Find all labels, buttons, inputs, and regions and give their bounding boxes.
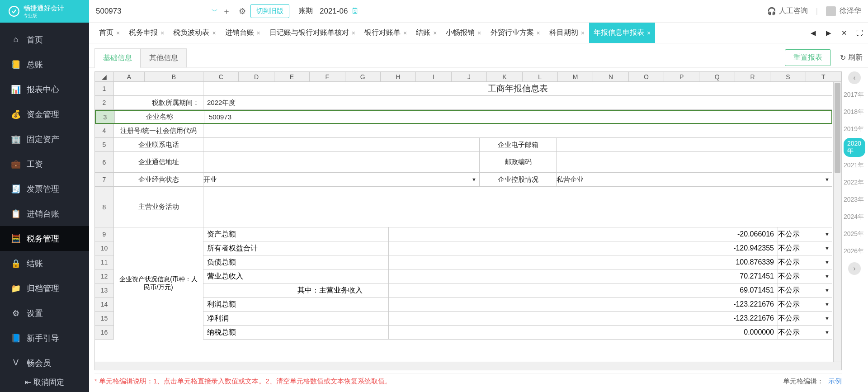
col-header[interactable]: D [239,72,274,81]
row-header[interactable]: 14 [95,298,114,312]
tab-item[interactable]: 年报信息申报表× [589,23,655,43]
sidebar-item[interactable]: ⚙设置 [0,301,89,326]
col-header[interactable]: L [523,72,558,81]
tab-item[interactable]: 进销台账× [221,23,265,43]
pub-select[interactable]: 不公示▼ [778,255,832,269]
year-item[interactable]: 2020年 [844,138,865,157]
row-header[interactable]: 7 [95,173,114,186]
tab-close-icon[interactable]: × [403,29,407,37]
year-item[interactable]: 2019年 [844,121,865,138]
refresh-button[interactable]: ↻ 刷新 [840,53,863,62]
postal-cell[interactable] [557,152,832,172]
sheet-body[interactable]: 1 工商年报信息表 2 税款所属期间： 2022年度 3 企业名称 500973… [95,82,832,361]
row-header[interactable]: 2 [95,96,114,109]
pub-select[interactable]: 不公示▼ [778,227,832,241]
year-prev[interactable]: ‹ [848,71,861,84]
col-header[interactable]: A [114,72,145,81]
calendar-icon[interactable]: 🗓 [351,6,359,16]
tab-close-icon[interactable]: × [160,29,164,37]
consult-link[interactable]: 🎧 人工咨询 [767,6,808,16]
tab-item[interactable]: 首页× [94,23,124,43]
sidebar-item[interactable]: 📋进销台账 [0,201,89,226]
row-header[interactable]: 13 [95,283,114,298]
col-header[interactable]: K [487,72,522,81]
tab-item[interactable]: 税负波动表× [169,23,220,43]
tab-item[interactable]: 科目期初× [545,23,589,43]
sidebar-item[interactable]: 📒总账 [0,52,89,77]
col-header[interactable]: B [145,72,203,81]
row-header[interactable]: 6 [95,152,114,172]
sidebar-item[interactable]: 💰资金管理 [0,102,89,127]
tab-item[interactable]: 外贸行业方案× [486,23,545,43]
tab-item[interactable]: 银行对账单× [360,23,411,43]
v-scrollbar[interactable] [833,82,841,362]
row-header[interactable]: 8 [95,187,114,227]
col-header[interactable]: I [416,72,451,81]
status-select[interactable]: 开业▼ [203,173,480,186]
sidebar-item[interactable]: 📁归档管理 [0,276,89,301]
old-version-button[interactable]: 切到旧版 [250,4,289,18]
fullscreen-icon[interactable]: ⛶ [854,29,865,37]
year-item[interactable]: 2024年 [844,208,865,226]
sidebar-item[interactable]: 🧾发票管理 [0,176,89,201]
address-cell[interactable] [203,152,480,172]
row-header[interactable]: 1 [95,82,114,95]
year-item[interactable]: 2023年 [844,191,865,208]
fin-value[interactable]: 70.271451 [389,269,778,283]
tab-item[interactable]: 日记账与银行对账单核对× [265,23,360,43]
tab-close-icon[interactable]: × [212,29,216,37]
pub-select[interactable]: 不公示▼ [778,241,832,255]
col-header[interactable]: H [381,72,416,81]
company-name-cell[interactable]: 500973 [204,111,831,123]
pub-select[interactable]: 不公示▼ [778,283,832,297]
fin-value[interactable]: 0.000000 [389,326,778,339]
sidebar-item[interactable]: 📘新手引导 [0,326,89,350]
year-next[interactable]: › [848,262,861,275]
col-header[interactable]: M [558,72,593,81]
tab-item[interactable]: 税务申报× [124,23,169,43]
tabs-next[interactable]: ▶ [823,29,835,37]
sidebar-item[interactable]: V畅会员 [0,350,89,375]
corner-cell[interactable]: ◢ [95,72,114,81]
year-item[interactable]: 2026年 [844,243,865,260]
col-header[interactable]: E [274,72,310,81]
fin-value[interactable]: 100.876339 [389,255,778,269]
row-header[interactable]: 3 [96,111,115,123]
fin-value[interactable]: -20.066016 [389,227,778,241]
tab-close-icon[interactable]: × [433,29,437,37]
fin-value[interactable]: -123.221676 [389,298,778,311]
reg-code-cell[interactable] [203,124,832,137]
email-cell[interactable] [557,138,832,151]
tab-close-icon[interactable]: × [257,29,260,37]
year-item[interactable]: 2022年 [844,174,865,191]
contact-phone-cell[interactable] [203,138,480,151]
settings-icon[interactable]: ⚙ [239,6,246,16]
col-header[interactable]: P [664,72,699,81]
sidebar-item[interactable]: 💼工资 [0,151,89,176]
col-header[interactable]: N [593,72,628,81]
unpin-button[interactable]: ⇤ 取消固定 [0,377,89,387]
year-item[interactable]: 2017年 [844,86,865,104]
add-icon[interactable]: ＋ [222,6,231,17]
row-header[interactable]: 5 [95,138,114,151]
tab-close-icon[interactable]: × [647,29,651,37]
h-scrollbar[interactable] [95,362,841,370]
pub-select[interactable]: 不公示▼ [778,298,832,311]
sidebar-item[interactable]: 📊报表中心 [0,77,89,102]
tab-close-icon[interactable]: × [116,29,120,37]
col-header[interactable]: G [345,72,381,81]
sub-tab-basic[interactable]: 基础信息 [94,48,141,68]
example-link[interactable]: 示例 [828,377,842,385]
col-header[interactable]: S [770,72,806,81]
tax-period-value[interactable]: 2022年度 [203,96,832,109]
col-header[interactable]: Q [699,72,735,81]
company-select[interactable]: 500973 ﹀ [96,7,222,16]
fin-value[interactable]: -123.221676 [389,312,778,325]
row-header[interactable]: 4 [95,124,114,137]
col-header[interactable]: C [203,72,239,81]
tab-item[interactable]: 小畅报销× [441,23,486,43]
row-header[interactable]: 12 [95,269,114,283]
tabs-close[interactable]: ✕ [838,29,850,37]
user-block[interactable]: 徐泽华 [826,6,861,16]
row-header[interactable]: 11 [95,255,114,269]
